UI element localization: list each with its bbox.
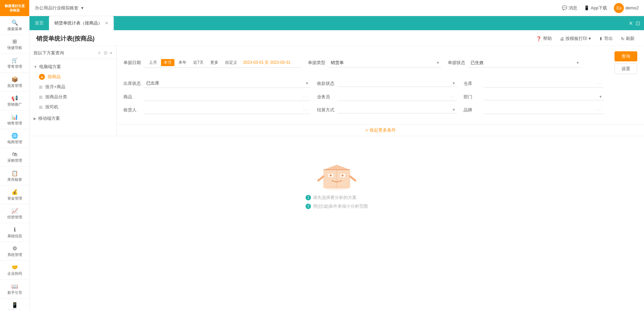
- sidebar-label-system: 系统管理: [7, 253, 22, 257]
- refresh-icon: ↻: [621, 36, 625, 41]
- warehouse-control[interactable]: ···: [484, 79, 604, 88]
- product-control[interactable]: ···: [144, 93, 310, 101]
- sidebar-icon-marketing: 📢: [11, 95, 18, 101]
- sidebar-item-retail[interactable]: 🛒 零售管理: [0, 54, 29, 72]
- sidebar-item-wholesale[interactable]: 📦 批发管理: [0, 73, 29, 92]
- sidebar-label-finance: 资金管理: [7, 196, 22, 201]
- settlement-control[interactable]: ▼: [337, 106, 457, 113]
- sidebar-item-marketing[interactable]: 📢 营销推广: [0, 92, 29, 110]
- tab-minimize-icon[interactable]: ✕: [629, 20, 633, 27]
- sidebar-item-operation[interactable]: 📈 经营管理: [0, 204, 29, 223]
- scheme-settings-icon[interactable]: ⊙: [104, 50, 108, 56]
- receiver-control[interactable]: ···: [144, 106, 310, 114]
- salesperson-dots-icon: ···: [450, 94, 456, 99]
- avatar: Ea: [614, 3, 624, 13]
- sidebar-item-basic[interactable]: ℹ 基础信息: [0, 223, 29, 242]
- doctype-arrow-icon: ▼: [436, 61, 440, 65]
- sidebar-label-marketing: 营销推广: [7, 102, 22, 107]
- payment-status-control[interactable]: ▼: [337, 80, 457, 87]
- user-avatar-area[interactable]: Ea demo2: [614, 3, 639, 13]
- scheme-collapse-icon[interactable]: «: [110, 50, 112, 56]
- sidebar-item-quick-nav[interactable]: ⊞ 快捷导航: [0, 35, 29, 54]
- department-arrow-icon: ▼: [599, 95, 602, 99]
- salesperson-control[interactable]: ···: [337, 93, 457, 101]
- sidebar-icon-retail: 🛒: [11, 57, 18, 63]
- sidebar-label-guide: 新手引导: [7, 291, 22, 295]
- sidebar-icon-finance: 💰: [11, 189, 18, 195]
- topbar-dropdown-arrow[interactable]: ▾: [81, 5, 84, 10]
- outstock-label: 出库状态: [123, 81, 144, 87]
- tab-expand-icon[interactable]: ⊡: [636, 20, 640, 27]
- date-tag-custom[interactable]: 自定义: [222, 59, 240, 66]
- outstock-control[interactable]: 已出库 ▼: [144, 79, 310, 88]
- sidebar-item-enterprise[interactable]: 🤝 企业协同: [0, 261, 29, 279]
- date-tag-lastmonth[interactable]: 上月: [146, 59, 160, 66]
- sidebar-item-inventory[interactable]: 📋 库存核算: [0, 167, 29, 186]
- sidebar-item-purchase[interactable]: 🛍 采购管理: [0, 148, 29, 166]
- scheme-add-icon[interactable]: ＋: [97, 50, 102, 56]
- sidebar-label-purchase: 采购管理: [7, 158, 22, 163]
- tip-num-2: 2: [306, 204, 311, 209]
- topbar-title: 办公用品行业模拟账套: [35, 5, 78, 11]
- sidebar-item-search[interactable]: 🔍 搜索菜单: [0, 16, 29, 35]
- setting-button[interactable]: 设置: [614, 63, 637, 74]
- docstatus-control[interactable]: 已生效 ▼: [468, 58, 581, 67]
- date-label: 单据日期: [123, 60, 144, 66]
- logo-text: 畅捷通好生意: [5, 4, 25, 8]
- help-label: 帮助: [543, 36, 552, 42]
- scheme-group-pc-header[interactable]: ▼ 电脑端方案: [30, 62, 116, 72]
- scheme-item-by-printer[interactable]: ⊞ 按司机: [30, 102, 116, 112]
- scheme-item-month-product[interactable]: ⊞ 按月+商品: [30, 82, 116, 92]
- scheme-group-mobile-name: 移动端方案: [38, 115, 60, 121]
- help-btn[interactable]: ❓ 帮助: [533, 34, 554, 43]
- filter-field-receiver: 收货人 ···: [123, 106, 310, 114]
- print-btn[interactable]: 🖨 按模板打印 ▾: [557, 34, 594, 43]
- page-header: 销货单统计表(按商品) ❓ 帮助 🖨 按模板打印 ▾ ⬆ 导出 ↻ 刷新: [30, 30, 644, 46]
- scheme-item-month-product-label: 按月+商品: [45, 84, 65, 90]
- collapse-bar[interactable]: ∧ 收起更多条件: [117, 124, 644, 136]
- scheme-item-by-product[interactable]: ● 按商品: [30, 72, 116, 82]
- scheme-group-mobile-header[interactable]: ▶ 移动端方案: [30, 113, 116, 123]
- message-btn[interactable]: 💬 消息: [562, 5, 577, 11]
- sidebar-label-sales: 销售管理: [7, 121, 22, 125]
- receiver-label: 收货人: [123, 107, 144, 113]
- sidebar-icon-sales: 📊: [11, 114, 18, 120]
- user-name: demo2: [625, 5, 639, 10]
- date-tag-more[interactable]: 更多: [208, 59, 221, 66]
- topbar-right: 💬 消息 📱 App下载 Ea demo2: [562, 3, 639, 13]
- date-tag-7days[interactable]: 近7天: [191, 59, 206, 66]
- doctype-value: 销货单: [331, 60, 436, 66]
- brand-control[interactable]: ···: [484, 106, 604, 114]
- refresh-btn[interactable]: ↻ 刷新: [618, 34, 637, 43]
- filter-row-1: 单据日期 上月 本月 本年 近7天 更多 自定义 2023-03-01 至 20…: [123, 51, 637, 74]
- app-download-btn[interactable]: 📱 App下载: [584, 5, 607, 11]
- query-button[interactable]: 查询: [614, 51, 637, 61]
- sidebar-item-system[interactable]: ⚙ 系统管理: [0, 242, 29, 261]
- sidebar-item-sales[interactable]: 📊 销售管理: [0, 110, 29, 129]
- export-btn[interactable]: ⬆ 导出: [596, 34, 615, 43]
- sidebar-item-guide[interactable]: 📖 新手引导: [0, 280, 29, 299]
- sidebar-icon-guide: 📖: [11, 283, 18, 290]
- empty-tip-1: 1 请先选择要分析的方案: [306, 193, 368, 202]
- sidebar-label-quick-nav: 快捷导航: [7, 46, 22, 50]
- tip-num-1: 1: [306, 195, 311, 200]
- scheme-item-product-category[interactable]: ⊞ 按商品分类: [30, 92, 116, 102]
- sidebar-item-ecommerce[interactable]: 🌐 电商管理: [0, 129, 29, 148]
- tab-sales-stat[interactable]: 销货单统计表（按商品） ✕: [49, 16, 114, 30]
- svg-point-6: [330, 174, 332, 176]
- scheme-panel-icons: ＋ ⊙ «: [97, 50, 112, 56]
- sidebar-label-search: 搜索菜单: [7, 27, 22, 31]
- filter-row-3: 商品 ··· 业务员 ···: [123, 93, 637, 101]
- date-filter-control[interactable]: 上月 本月 本年 近7天 更多 自定义 2023-03-01 至 2023-03…: [144, 58, 301, 68]
- date-tag-thisyear[interactable]: 本年: [176, 59, 189, 66]
- tab-close-btn[interactable]: ✕: [105, 21, 108, 25]
- doctype-control[interactable]: 销货单 ▼: [328, 58, 441, 67]
- tabbar-actions: ✕ ⊡: [629, 20, 644, 27]
- date-tag-thismonth[interactable]: 本月: [161, 59, 174, 66]
- sidebar-item-apps[interactable]: 📱 应用中心: [0, 299, 29, 310]
- department-control[interactable]: ▼: [484, 93, 604, 100]
- filter-field-outstock: 出库状态 已出库 ▼: [123, 79, 310, 88]
- tab-home[interactable]: 首页: [30, 16, 49, 30]
- sidebar-item-finance[interactable]: 💰 资金管理: [0, 186, 29, 204]
- outstock-value: 已出库: [146, 80, 305, 86]
